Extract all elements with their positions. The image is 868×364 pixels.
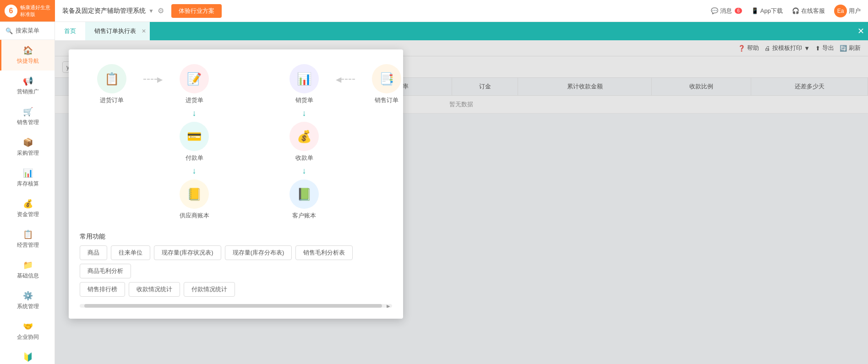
sidebar-search[interactable]: 🔍 搜索菜单 bbox=[0, 22, 55, 40]
receipt-label: 收款单 bbox=[295, 154, 313, 162]
flow-node-sales-order[interactable]: 📑 销售订单 bbox=[355, 60, 419, 108]
flow-node-payment[interactable]: 💳 付款单 bbox=[162, 118, 226, 166]
management-icon: 📋 bbox=[23, 229, 33, 239]
sales-receipt-icon: 📊 bbox=[289, 64, 319, 93]
phone-icon: 📱 bbox=[751, 7, 759, 14]
sales-receipt-label: 销货单 bbox=[295, 96, 313, 104]
header-right: 💬 消息 6 📱 App下载 🎧 在线客服 Ea 用户 bbox=[711, 5, 861, 17]
sidebar-item-basic-info[interactable]: 📁 基础信息 bbox=[0, 255, 55, 285]
main-layout: 🔍 搜索菜单 🏠 快捷导航 📢 营销推广 🛒 销售管理 📦 采购管理 📊 库存核… bbox=[0, 22, 868, 364]
search-icon: 🔍 bbox=[5, 27, 13, 34]
content-area: 首页 销售订单执行表 ✕ ✕ ❓ 帮助 🖨 按模板打印 ▼ bbox=[55, 22, 868, 364]
page-content: ❓ 帮助 🖨 按模板打印 ▼ ⬆ 导出 🔄 刷新 bbox=[55, 40, 868, 364]
func-btn-goods-margin[interactable]: 商品毛利分析 bbox=[80, 264, 131, 278]
func-btn-stock-dist[interactable]: 现存量(库存分布表) bbox=[225, 245, 292, 260]
basic-info-icon: 📁 bbox=[23, 260, 33, 270]
user-btn[interactable]: Ea 用户 bbox=[834, 5, 861, 17]
common-functions: 常用功能 商品 往来单位 现存量(库存状况表) 现存量(库存分布表) 销售毛利分… bbox=[80, 233, 392, 297]
supplier-ledger-icon: 📒 bbox=[180, 179, 209, 209]
modal-scrollbar-thumb bbox=[84, 304, 382, 308]
sidebar-item-inventory[interactable]: 📊 库存核算 bbox=[0, 163, 55, 193]
home-icon: 🏠 bbox=[23, 45, 33, 55]
customer-ledger-icon: 📗 bbox=[289, 179, 319, 209]
sidebar-item-marketing[interactable]: 📢 营销推广 bbox=[0, 71, 55, 101]
inventory-icon: 📊 bbox=[23, 168, 33, 178]
func-btn-contacts[interactable]: 往来单位 bbox=[111, 245, 150, 260]
sidebar-item-management[interactable]: 📋 经营管理 bbox=[0, 224, 55, 255]
purchase-icon: 📦 bbox=[23, 137, 33, 147]
purchase-order-label: 进货订单 bbox=[100, 96, 124, 104]
cooperation-icon: 🤝 bbox=[23, 321, 33, 331]
flow-node-sales-receipt[interactable]: 📊 销货单 bbox=[272, 60, 336, 108]
common-functions-title: 常用功能 bbox=[80, 233, 392, 241]
system-icon: ⚙️ bbox=[23, 291, 33, 301]
headset-icon: 🎧 bbox=[792, 7, 799, 14]
online-service-btn[interactable]: 🎧 在线客服 bbox=[792, 7, 825, 15]
flow-arrow-down-purchase: ↓ bbox=[162, 108, 226, 118]
customer-ledger-label: 客户账本 bbox=[292, 212, 316, 220]
flow-arrow-down-payment: ↓ bbox=[162, 166, 226, 176]
flow-spacer-1 bbox=[226, 60, 272, 108]
func-btn-receipt-stats[interactable]: 收款情况统计 bbox=[129, 282, 180, 297]
content-close-btn[interactable]: ✕ bbox=[857, 26, 864, 36]
sidebar-item-quick-nav[interactable]: 🏠 快捷导航 bbox=[0, 40, 55, 71]
tab-sales-order[interactable]: 销售订单执行表 ✕ bbox=[85, 22, 150, 40]
scroll-right-icon: ▶ bbox=[387, 304, 390, 308]
finance-icon: 💰 bbox=[23, 199, 33, 209]
func-buttons-row2: 销售排行榜 收款情况统计 付款情况统计 bbox=[80, 282, 392, 297]
sidebar-item-guide[interactable]: 🔰 新手引导 bbox=[0, 347, 55, 364]
flow-arrow-1: ▶ bbox=[144, 60, 162, 108]
logo-area: 6 畅康通好生意 标准版 bbox=[0, 0, 55, 22]
func-buttons-row1: 商品 往来单位 现存量(库存状况表) 现存量(库存分布表) 销售毛利分析表 商品… bbox=[80, 245, 392, 278]
tab-home[interactable]: 首页 bbox=[55, 22, 85, 40]
func-btn-payment-stats[interactable]: 付款情况统计 bbox=[184, 282, 235, 297]
sidebar-item-system[interactable]: ⚙️ 系统管理 bbox=[0, 285, 55, 316]
flow-node-customer-ledger[interactable]: 📗 客户账本 bbox=[272, 176, 336, 223]
sidebar-item-cooperation[interactable]: 🤝 企业协同 bbox=[0, 316, 55, 347]
payment-icon: 💳 bbox=[180, 122, 209, 151]
user-avatar: Ea bbox=[834, 5, 847, 17]
marketing-icon: 📢 bbox=[23, 76, 33, 86]
trial-btn[interactable]: 体验行业方案 bbox=[171, 4, 222, 18]
sales-order-icon: 📑 bbox=[372, 64, 401, 93]
flow-arrow-down-sales: ↓ bbox=[272, 108, 336, 118]
modal-overlay: 📋 进货订单 ▶ 📝 进货单 bbox=[55, 40, 868, 364]
sidebar-item-purchase[interactable]: 📦 采购管理 bbox=[0, 132, 55, 163]
func-btn-sales-ranking[interactable]: 销售排行榜 bbox=[80, 282, 125, 297]
guide-icon: 🔰 bbox=[23, 352, 33, 362]
message-btn[interactable]: 💬 消息 6 bbox=[711, 7, 742, 15]
dropdown-icon[interactable]: ▼ bbox=[148, 8, 154, 14]
sales-icon: 🛒 bbox=[23, 107, 33, 117]
tab-close-btn[interactable]: ✕ bbox=[142, 28, 146, 34]
logo-icon: 6 bbox=[5, 5, 17, 17]
sidebar-item-sales[interactable]: 🛒 销售管理 bbox=[0, 101, 55, 132]
purchase-receipt-icon: 📝 bbox=[180, 64, 209, 93]
tab-bar: 首页 销售订单执行表 ✕ ✕ bbox=[55, 22, 868, 40]
modal-scrollbar[interactable]: ▶ bbox=[80, 304, 392, 308]
flow-node-supplier-ledger[interactable]: 📒 供应商账本 bbox=[162, 176, 226, 223]
sidebar-item-finance[interactable]: 💰 资金管理 bbox=[0, 193, 55, 224]
supplier-ledger-label: 供应商账本 bbox=[180, 212, 209, 220]
func-btn-sales-margin[interactable]: 销售毛利分析表 bbox=[295, 245, 353, 260]
flow-diagram: 📋 进货订单 ▶ 📝 进货单 bbox=[80, 60, 392, 223]
sidebar: 🔍 搜索菜单 🏠 快捷导航 📢 营销推广 🛒 销售管理 📦 采购管理 📊 库存核… bbox=[0, 22, 55, 364]
logo-text: 畅康通好生意 标准版 bbox=[20, 4, 50, 17]
flow-node-receipt[interactable]: 💰 收款单 bbox=[272, 118, 336, 166]
message-badge: 6 bbox=[735, 8, 742, 14]
flow-node-purchase-order[interactable]: 📋 进货订单 bbox=[80, 60, 144, 108]
flow-arrow-2: ◀ bbox=[336, 60, 355, 108]
flow-node-purchase-receipt[interactable]: 📝 进货单 bbox=[162, 60, 226, 108]
message-icon: 💬 bbox=[711, 7, 718, 14]
func-btn-stock-status[interactable]: 现存量(库存状况表) bbox=[154, 245, 221, 260]
payment-label: 付款单 bbox=[186, 154, 203, 162]
system-title: 装备及固定资产辅助管理系统 bbox=[62, 7, 146, 15]
settings-icon[interactable]: ⚙ bbox=[158, 6, 164, 15]
modal-box: 📋 进货订单 ▶ 📝 进货单 bbox=[69, 49, 403, 319]
purchase-order-icon: 📋 bbox=[97, 64, 126, 93]
sales-order-label: 销售订单 bbox=[375, 96, 399, 104]
receipt-icon: 💰 bbox=[289, 122, 319, 151]
top-header: 6 畅康通好生意 标准版 装备及固定资产辅助管理系统 ▼ ⚙ 体验行业方案 💬 … bbox=[0, 0, 868, 22]
app-download-btn[interactable]: 📱 App下载 bbox=[751, 7, 783, 15]
flow-arrow-down-receipt: ↓ bbox=[272, 166, 336, 176]
func-btn-goods[interactable]: 商品 bbox=[80, 245, 107, 260]
